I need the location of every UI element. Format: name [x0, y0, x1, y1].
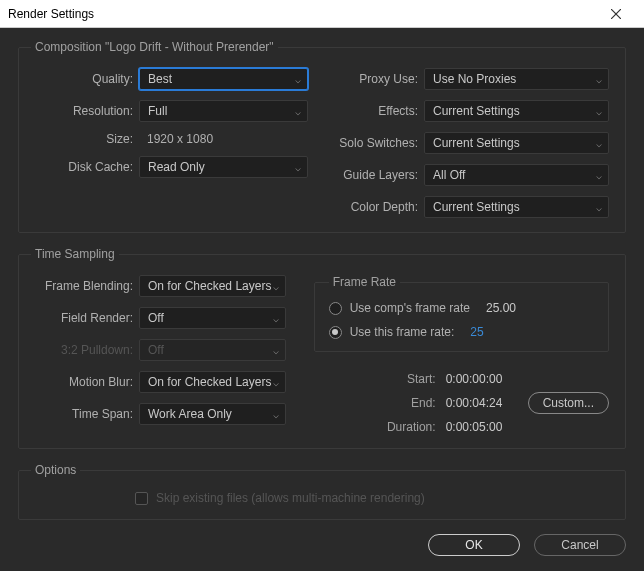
pulldown-value: Off [148, 343, 164, 357]
size-value: 1920 x 1080 [139, 132, 308, 146]
timesampling-legend: Time Sampling [31, 247, 119, 261]
diskcache-value: Read Only [148, 160, 205, 174]
close-icon [611, 9, 621, 19]
depth-dropdown[interactable]: Current Settings ⌵ [424, 196, 609, 218]
dialog-buttons: OK Cancel [18, 534, 626, 571]
fieldrender-dropdown[interactable]: Off ⌵ [139, 307, 286, 329]
chevron-down-icon: ⌵ [596, 106, 602, 117]
timing-block: Start: 0:00:00:00 End: 0:00:04:24 Custom… [314, 372, 609, 434]
options-group: Options Skip existing files (allows mult… [18, 463, 626, 520]
ok-button[interactable]: OK [428, 534, 520, 556]
composition-legend: Composition "Logo Drift - Without Preren… [31, 40, 278, 54]
effects-label: Effects: [336, 104, 418, 118]
proxy-dropdown[interactable]: Use No Proxies ⌵ [424, 68, 609, 90]
chevron-down-icon: ⌵ [273, 281, 279, 292]
resolution-value: Full [148, 104, 167, 118]
duration-label: Duration: [314, 420, 436, 434]
window-title: Render Settings [8, 7, 94, 21]
effects-dropdown[interactable]: Current Settings ⌵ [424, 100, 609, 122]
chevron-down-icon: ⌵ [273, 377, 279, 388]
guide-value: All Off [433, 168, 465, 182]
this-framerate-input[interactable]: 25 [470, 325, 483, 339]
size-label: Size: [35, 132, 133, 146]
pulldown-label: 3:2 Pulldown: [35, 343, 133, 357]
fieldrender-label: Field Render: [35, 311, 133, 325]
skip-existing-row: Skip existing files (allows multi-machin… [135, 491, 609, 505]
timesampling-group: Time Sampling Frame Blending: On for Che… [18, 247, 626, 449]
composition-group: Composition "Logo Drift - Without Preren… [18, 40, 626, 233]
close-button[interactable] [596, 1, 636, 27]
diskcache-label: Disk Cache: [35, 160, 133, 174]
motionblur-label: Motion Blur: [35, 375, 133, 389]
dialog-content: Composition "Logo Drift - Without Preren… [0, 28, 644, 571]
solo-dropdown[interactable]: Current Settings ⌵ [424, 132, 609, 154]
chevron-down-icon: ⌵ [596, 138, 602, 149]
depth-value: Current Settings [433, 200, 520, 214]
chevron-down-icon: ⌵ [295, 74, 301, 85]
motionblur-value: On for Checked Layers [148, 375, 271, 389]
guide-label: Guide Layers: [336, 168, 418, 182]
this-framerate-row[interactable]: Use this frame rate: 25 [329, 325, 594, 339]
chevron-down-icon: ⌵ [596, 170, 602, 181]
start-label: Start: [314, 372, 436, 386]
chevron-down-icon: ⌵ [295, 162, 301, 173]
duration-value: 0:00:05:00 [446, 420, 518, 434]
motionblur-dropdown[interactable]: On for Checked Layers ⌵ [139, 371, 286, 393]
proxy-label: Proxy Use: [336, 72, 418, 86]
framerate-legend: Frame Rate [329, 275, 400, 289]
quality-dropdown[interactable]: Best ⌵ [139, 68, 308, 90]
chevron-down-icon: ⌵ [295, 106, 301, 117]
timespan-dropdown[interactable]: Work Area Only ⌵ [139, 403, 286, 425]
end-label: End: [314, 396, 436, 410]
frameblend-label: Frame Blending: [35, 279, 133, 293]
chevron-down-icon: ⌵ [273, 345, 279, 356]
solo-value: Current Settings [433, 136, 520, 150]
custom-button[interactable]: Custom... [528, 392, 609, 414]
comp-framerate-label: Use comp's frame rate [350, 301, 470, 315]
comp-framerate-value: 25.00 [486, 301, 516, 315]
effects-value: Current Settings [433, 104, 520, 118]
titlebar: Render Settings [0, 0, 644, 28]
skip-existing-label: Skip existing files (allows multi-machin… [156, 491, 425, 505]
depth-label: Color Depth: [336, 200, 418, 214]
comp-framerate-row[interactable]: Use comp's frame rate 25.00 [329, 301, 594, 315]
frameblend-dropdown[interactable]: On for Checked Layers ⌵ [139, 275, 286, 297]
fieldrender-value: Off [148, 311, 164, 325]
chevron-down-icon: ⌵ [596, 202, 602, 213]
pulldown-dropdown: Off ⌵ [139, 339, 286, 361]
solo-label: Solo Switches: [336, 136, 418, 150]
guide-dropdown[interactable]: All Off ⌵ [424, 164, 609, 186]
resolution-dropdown[interactable]: Full ⌵ [139, 100, 308, 122]
checkbox-icon [135, 492, 148, 505]
timespan-value: Work Area Only [148, 407, 232, 421]
radio-checked-icon [329, 326, 342, 339]
quality-label: Quality: [35, 72, 133, 86]
this-framerate-label: Use this frame rate: [350, 325, 455, 339]
chevron-down-icon: ⌵ [273, 409, 279, 420]
chevron-down-icon: ⌵ [273, 313, 279, 324]
diskcache-dropdown[interactable]: Read Only ⌵ [139, 156, 308, 178]
chevron-down-icon: ⌵ [596, 74, 602, 85]
frameblend-value: On for Checked Layers [148, 279, 271, 293]
options-legend: Options [31, 463, 80, 477]
resolution-label: Resolution: [35, 104, 133, 118]
end-value: 0:00:04:24 [446, 396, 518, 410]
proxy-value: Use No Proxies [433, 72, 516, 86]
timespan-label: Time Span: [35, 407, 133, 421]
radio-icon [329, 302, 342, 315]
framerate-subgroup: Frame Rate Use comp's frame rate 25.00 U… [314, 275, 609, 352]
quality-value: Best [148, 72, 172, 86]
cancel-button[interactable]: Cancel [534, 534, 626, 556]
start-value: 0:00:00:00 [446, 372, 518, 386]
